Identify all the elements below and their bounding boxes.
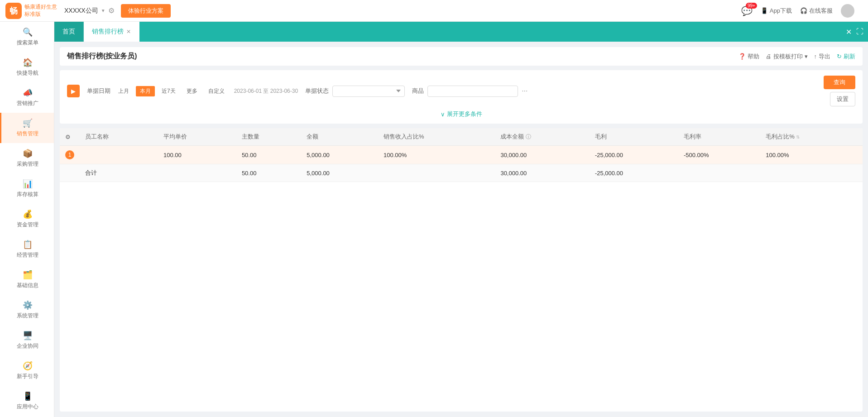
filter-bar: ▶ 单据日期 上月 本月 近7天 更多 自定义 2023-06-01 至 202… [60, 70, 863, 124]
help-icon: ❓ [739, 53, 746, 60]
table-wrapper: ⚙ 员工名称 平均单价 主数量 [60, 128, 863, 412]
print-chevron-icon: ▾ [805, 53, 808, 60]
date-tab-more[interactable]: 更多 [182, 86, 201, 96]
footer-gross-pct [760, 164, 863, 182]
sidebar-item-search-order[interactable]: 🔍 搜索菜单 [0, 22, 54, 52]
cost-info-icon[interactable]: ⓘ [526, 134, 531, 140]
app-download-btn[interactable]: 📱 App下载 [761, 7, 792, 15]
table-footer: 合计 50.00 5,000.00 30,000.00 -25,000.00 [60, 164, 863, 182]
tab-close-all-icon[interactable]: ✕ [846, 28, 852, 36]
system-icon: ⚙️ [23, 300, 33, 310]
basic-icon: 🗂️ [23, 270, 33, 280]
col-employee: 员工名称 [80, 128, 158, 146]
filter-settings-button[interactable]: 设置 [830, 92, 855, 106]
app-download-icon: 📱 [761, 7, 768, 14]
gross-pct-sort-icon[interactable]: ⇅ [796, 134, 800, 139]
page-header: 销售排行榜(按业务员) ❓ 帮助 🖨 按模板打印 ▾ ↑ 导出 [60, 47, 863, 66]
tab-right-area: ✕ ⛶ [846, 28, 868, 36]
cell-amount: 5,000.00 [301, 146, 378, 164]
tab-fullscreen-icon[interactable]: ⛶ [856, 28, 863, 36]
sidebar-item-enterprise[interactable]: 🖥️ 企业协同 [0, 325, 54, 355]
goods-ellipsis-icon[interactable]: ··· [522, 87, 528, 95]
table-body: 1 100.00 50.00 5,000.00 100.00% 30,000.0… [60, 146, 863, 164]
cell-gross-rate: -500.00% [678, 146, 760, 164]
tab-close-icon[interactable]: ✕ [126, 29, 131, 35]
date-tab-custom[interactable]: 自定义 [204, 86, 229, 96]
settings-icon[interactable]: ⚙ [108, 6, 115, 15]
goods-input[interactable] [427, 86, 518, 97]
date-tab-last-month[interactable]: 上月 [114, 86, 133, 96]
template-print-button[interactable]: 🖨 按模板打印 ▾ [766, 53, 808, 61]
online-service-btn[interactable]: 🎧 在线客服 [800, 7, 833, 15]
company-name: XXXXX公司 [64, 7, 98, 15]
operation-icon: 📋 [23, 240, 33, 249]
expand-more-btn[interactable]: ∨ 展开更多条件 [67, 110, 855, 118]
refresh-icon: ↻ [837, 53, 842, 60]
avatar[interactable] [841, 4, 854, 18]
date-tab-7days[interactable]: 近7天 [158, 86, 180, 96]
sales-rank-tab-label: 销售排行榜 [92, 28, 124, 36]
logo-text: 畅康通好生意 标准版 [24, 4, 57, 18]
col-cost: 成本全额 ⓘ [495, 128, 589, 146]
filter-toggle-btn[interactable]: ▶ [67, 85, 80, 97]
data-table: ⚙ 员工名称 平均单价 主数量 [60, 128, 863, 182]
headset-icon: 🎧 [800, 7, 807, 14]
col-gross-rate: 毛利率 [678, 128, 760, 146]
notification-area[interactable]: 💬 99+ [741, 5, 753, 16]
goods-label: 商品 [412, 87, 424, 95]
status-select[interactable] [332, 86, 405, 97]
tab-sales-rank[interactable]: 销售排行榜 ✕ [84, 22, 139, 42]
footer-amount: 5,000.00 [301, 164, 378, 182]
sidebar-item-purchase[interactable]: 📦 采购管理 [0, 143, 54, 173]
enterprise-icon: 🖥️ [23, 331, 33, 340]
sales-icon: 🛒 [23, 118, 33, 128]
cell-sales-pct: 100.00% [378, 146, 495, 164]
main-layout: 🔍 搜索菜单 🏠 快捷导航 📣 营销推广 🛒 销售管理 📦 采购管理 📊 库存核… [0, 22, 868, 417]
sidebar-item-operation[interactable]: 📋 经营管理 [0, 234, 54, 264]
table-header-row: ⚙ 员工名称 平均单价 主数量 [60, 128, 863, 146]
sidebar-item-marketing[interactable]: 📣 营销推广 [0, 82, 54, 113]
help-button[interactable]: ❓ 帮助 [739, 53, 759, 61]
query-button[interactable]: 查询 [824, 76, 855, 89]
col-settings[interactable]: ⚙ [60, 128, 80, 146]
expand-icon: ∨ [441, 111, 445, 118]
sidebar-item-system[interactable]: ⚙️ 系统管理 [0, 295, 54, 325]
cell-rank: 1 [60, 146, 80, 164]
sidebar-item-sales[interactable]: 🛒 销售管理 [0, 113, 54, 143]
col-gross-pct: 毛利占比% ⇅ [760, 128, 863, 146]
sidebar-item-inventory[interactable]: 📊 库存核算 [0, 173, 54, 204]
print-icon: 🖨 [766, 53, 772, 60]
tab-home[interactable]: 首页 [54, 22, 84, 42]
sidebar-item-guide[interactable]: 🧭 新手引导 [0, 355, 54, 386]
cell-employee [80, 146, 158, 164]
export-button[interactable]: ↑ 导出 [814, 53, 831, 61]
page-content: 销售排行榜(按业务员) ❓ 帮助 🖨 按模板打印 ▾ ↑ 导出 [54, 42, 868, 417]
sidebar: 🔍 搜索菜单 🏠 快捷导航 📣 营销推广 🛒 销售管理 📦 采购管理 📊 库存核… [0, 22, 54, 417]
finance-icon: 💰 [23, 209, 33, 219]
home-icon: 🏠 [23, 58, 33, 67]
col-qty: 主数量 [236, 128, 301, 146]
company-selector[interactable]: XXXXX公司 ▼ [64, 7, 106, 15]
export-icon: ↑ [814, 53, 817, 60]
sidebar-item-finance[interactable]: 💰 资金管理 [0, 204, 54, 234]
sidebar-item-app-center[interactable]: 📱 应用中心 [0, 386, 54, 416]
sidebar-item-basic[interactable]: 🗂️ 基础信息 [0, 264, 54, 295]
tab-bar: 首页 销售排行榜 ✕ ✕ ⛶ [54, 22, 868, 42]
date-range-text: 2023-06-01 至 2023-06-30 [234, 87, 298, 95]
date-tab-this-month[interactable]: 本月 [136, 86, 155, 96]
content-area: 首页 销售排行榜 ✕ ✕ ⛶ 销售排行榜(按业务员) ❓ 帮助 [54, 22, 868, 417]
purchase-icon: 📦 [23, 149, 33, 158]
col-settings-icon[interactable]: ⚙ [65, 134, 71, 140]
refresh-button[interactable]: ↻ 刷新 [837, 53, 855, 61]
footer-gross-rate [678, 164, 760, 182]
try-industry-button[interactable]: 体验行业方案 [121, 4, 171, 18]
table-footer-row: 合计 50.00 5,000.00 30,000.00 -25,000.00 [60, 164, 863, 182]
cell-gross-pct: 100.00% [760, 146, 863, 164]
footer-sales-pct [378, 164, 495, 182]
sidebar-item-quick-nav[interactable]: 🏠 快捷导航 [0, 52, 54, 82]
status-label: 单据状态 [305, 87, 329, 95]
col-avg-price: 平均单价 [158, 128, 236, 146]
home-tab-label: 首页 [62, 28, 75, 36]
filter-row-1: ▶ 单据日期 上月 本月 近7天 更多 自定义 2023-06-01 至 202… [67, 76, 855, 106]
col-sales-pct: 销售收入占比% [378, 128, 495, 146]
